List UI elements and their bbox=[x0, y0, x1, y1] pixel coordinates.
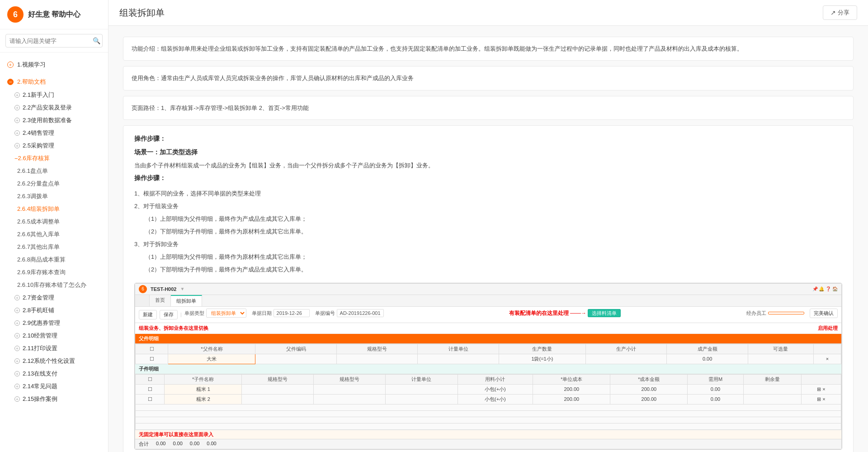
mock-th-subtotal: 生产小计 bbox=[585, 344, 666, 354]
sidebar-item-29[interactable]: + 2.9优惠券管理 bbox=[0, 317, 108, 329]
sidebar-item-215[interactable]: + 2.15操作案例 bbox=[0, 393, 108, 405]
mock-no-value[interactable]: AD-20191226-001 bbox=[337, 309, 384, 317]
mock-footer-val1: 0.00 bbox=[156, 441, 165, 447]
mock-btn-new[interactable]: 新建 bbox=[139, 310, 157, 319]
mock-btn-confirm[interactable]: 完美确认 bbox=[810, 309, 838, 318]
mock-ltd-spec2b bbox=[314, 394, 386, 404]
mock-ltd-check2: ☐ bbox=[136, 394, 165, 404]
mock-ltd-name1[interactable]: 糯米 1 bbox=[165, 384, 242, 394]
mock-field-date: 单据日期 2019-12-26 bbox=[252, 309, 310, 317]
step3-1: （1）上部明细为父件明细，最终作为原材料生成其它出库单； bbox=[134, 251, 842, 263]
mock-form-row1: 单据类型 组装拆卸单 单据日期 2019-12-26 bbox=[184, 309, 838, 318]
mock-upper-header-row: ☐ *父件名称 父件编码 规格型号 计量单位 生产数量 生产小计 成产金额 可选… bbox=[136, 344, 841, 354]
sidebar-item-211[interactable]: + 2.11打印设置 bbox=[0, 342, 108, 355]
page-title: 组装拆卸单 bbox=[119, 7, 165, 19]
sidebar-item-videos[interactable]: + 1.视频学习 bbox=[0, 58, 108, 71]
mock-toolbar: 新建 保存 | 单据类型 组装拆卸单 bbox=[135, 307, 841, 323]
mock-td-prodqty1: 1袋(=1小) bbox=[499, 354, 585, 364]
mock-annot4: 无固定清单可以直接在这里面录入 bbox=[139, 432, 213, 437]
mock-empty-row6 bbox=[136, 423, 841, 429]
sidebar-item-268[interactable]: 2.6.8商品成本重算 bbox=[0, 253, 108, 266]
mock-date-value[interactable]: 2019-12-26 bbox=[274, 309, 310, 317]
mock-field-type: 单据类型 组装拆卸单 bbox=[184, 309, 246, 318]
sidebar-item-269[interactable]: 2.6.9库存账本查询 bbox=[0, 266, 108, 279]
expand-icon-23: + bbox=[14, 118, 20, 123]
mock-ltd-name2[interactable]: 糯米 2 bbox=[165, 394, 242, 404]
expand-icon-212: + bbox=[14, 358, 20, 364]
mock-arrow1: ——→ bbox=[570, 310, 588, 316]
scenario1-desc: 当由多个子件材料组装成一个成品的业务为【组装】业务，当由一个父件拆分成多个子产品… bbox=[134, 160, 842, 171]
sidebar-item-2610[interactable]: 2.6.10库存账本错了怎么办 bbox=[0, 279, 108, 291]
mock-upper-row1: ☐ 大米 1袋(=1小) 0.00 × bbox=[136, 354, 841, 364]
mock-annot1-area: 有装配清单的在这里处理 ——→ 选择料清单 bbox=[389, 309, 741, 317]
sidebar-label-23: 2.3使用前数据准备 bbox=[23, 116, 72, 124]
sidebar-item-267[interactable]: 2.6.7其他出库单 bbox=[0, 241, 108, 253]
sidebar-item-28[interactable]: + 2.8手机旺铺 bbox=[0, 304, 108, 317]
sidebar-label-214: 2.14常见问题 bbox=[23, 382, 57, 390]
mock-field-type-label: 单据类型 bbox=[184, 310, 204, 317]
step-list: 1、根据不同的业务，选择不同单据的类型来处理 2、对于组装业务 （1）上部明细为… bbox=[134, 188, 842, 276]
sidebar-label-26: 2.6库存核算 bbox=[18, 154, 50, 162]
sidebar-item-264[interactable]: 2.6.4组装拆卸单 bbox=[0, 203, 108, 215]
sidebar-item-263[interactable]: 2.6.3调拨单 bbox=[0, 190, 108, 203]
mock-lth-unit: 计量单位 bbox=[386, 374, 458, 384]
sidebar-item-21[interactable]: + 2.1新手入门 bbox=[0, 89, 108, 101]
mock-td-avail1 bbox=[748, 354, 813, 364]
sidebar-item-27[interactable]: + 2.7资金管理 bbox=[0, 291, 108, 304]
sidebar-item-24[interactable]: + 2.4销售管理 bbox=[0, 127, 108, 139]
mock-tab-assembly[interactable]: 组拆卸单 bbox=[171, 295, 202, 306]
step2-1: （1）上部明细为父件明细，最终作为产成品生成其它入库单； bbox=[134, 213, 842, 225]
mock-th-unit: 计量单位 bbox=[418, 344, 499, 354]
sidebar-item-214[interactable]: + 2.14常见问题 bbox=[0, 380, 108, 393]
mock-lower-table: ☐ *子件名称 规格型号 规格型号 计量单位 用料小计 *单位成本 *成本金额 … bbox=[135, 374, 841, 430]
mock-ltd-spec1a bbox=[242, 384, 314, 394]
mock-field-date-label: 单据日期 bbox=[252, 310, 272, 317]
mock-annot4-row: 无固定清单可以直接在这里面录入 bbox=[135, 430, 841, 439]
mock-lth-spec1: 规格型号 bbox=[242, 374, 314, 384]
sidebar-item-25[interactable]: + 2.5采购管理 bbox=[0, 139, 108, 152]
mock-td-check1: ☐ bbox=[136, 354, 168, 364]
mock-type-select[interactable]: 组装拆卸单 bbox=[206, 309, 246, 318]
share-icon: ↗ bbox=[830, 9, 836, 16]
mock-employee-input[interactable] bbox=[768, 312, 804, 314]
sidebar-item-210[interactable]: + 2.10经营管理 bbox=[0, 329, 108, 342]
sidebar-label-211: 2.11打印设置 bbox=[23, 344, 57, 352]
sidebar-label-29: 2.9优惠券管理 bbox=[23, 319, 60, 327]
search-icon[interactable]: 🔍 bbox=[89, 34, 103, 47]
sidebar-item-docs[interactable]: − 2.帮助文档 bbox=[0, 75, 108, 89]
content-body: 操作步骤： 场景一：加工类型选择 当由多个子件材料组装成一个成品的业务为【组装】… bbox=[123, 125, 854, 452]
sidebar-item-213[interactable]: + 2.13在线支付 bbox=[0, 367, 108, 380]
mock-ltd-sub2: 小包(+小) bbox=[458, 394, 533, 404]
mock-ltd-camount1: 200.00 bbox=[610, 384, 688, 394]
mock-btn-select-bom[interactable]: 选择料清单 bbox=[588, 309, 621, 317]
mock-separator: | bbox=[180, 312, 182, 317]
sidebar-label-videos: 1.视频学习 bbox=[17, 61, 46, 69]
mock-lower-row3 bbox=[136, 404, 841, 410]
mock-nav-icon bbox=[135, 295, 150, 306]
sidebar-item-23[interactable]: + 2.3使用前数据准备 bbox=[0, 114, 108, 127]
sidebar-item-262[interactable]: 2.6.2分量盘点单 bbox=[0, 177, 108, 190]
mock-td-name1[interactable]: 大米 bbox=[168, 354, 255, 364]
sidebar: 6 好生意 帮助中心 🔍 + 1.视频学习 − 2.帮助文档 + 2.1新 bbox=[0, 0, 108, 452]
sidebar-item-261[interactable]: 2.6.1盘点单 bbox=[0, 165, 108, 177]
mock-ltd-spec1b bbox=[314, 384, 386, 394]
sidebar-item-22[interactable]: + 2.2产品安装及登录 bbox=[0, 101, 108, 114]
expand-icon-22: + bbox=[14, 105, 20, 110]
mock-org: TEST-H002 bbox=[151, 286, 176, 292]
expand-icon-213: + bbox=[14, 371, 20, 376]
sidebar-label-215: 2.15操作案例 bbox=[23, 395, 57, 403]
nav-tree: + 1.视频学习 − 2.帮助文档 + 2.1新手入门 + 2.2产品安装及登录 bbox=[0, 52, 108, 452]
mock-field-no-label: 单据编号 bbox=[315, 310, 335, 317]
share-button[interactable]: ↗ 分享 bbox=[823, 5, 857, 20]
search-input[interactable] bbox=[6, 35, 89, 47]
mock-th-spec: 规格型号 bbox=[336, 344, 417, 354]
mock-tab-home[interactable]: 首页 bbox=[150, 295, 171, 306]
sidebar-item-266[interactable]: 2.6.6其他入库单 bbox=[0, 228, 108, 241]
scenario1-title: 场景一：加工类型选择 bbox=[134, 148, 842, 157]
sidebar-item-265[interactable]: 2.6.5成本调整单 bbox=[0, 215, 108, 228]
sidebar-item-26[interactable]: − 2.6库存核算 bbox=[0, 152, 108, 165]
sidebar-item-212[interactable]: + 2.12系统个性化设置 bbox=[0, 355, 108, 367]
mock-btn-save[interactable]: 保存 bbox=[160, 310, 178, 319]
mock-tabs: 首页 组拆卸单 bbox=[135, 295, 841, 307]
main-panel: 组装拆卸单 ↗ 分享 功能介绍：组装拆卸单用来处理企业组装或拆卸等加工业务，支持… bbox=[108, 0, 868, 452]
